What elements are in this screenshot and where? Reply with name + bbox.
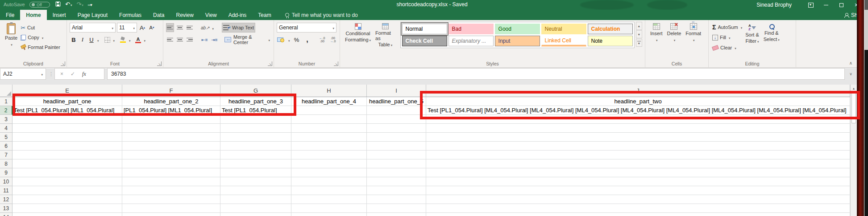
cell-I10[interactable] bbox=[367, 177, 426, 186]
cut-button[interactable]: ✂Cut bbox=[20, 23, 61, 33]
cell-E13[interactable] bbox=[12, 204, 122, 213]
tab-home[interactable]: Home bbox=[20, 10, 46, 20]
insert-cells-button[interactable]: Insert bbox=[648, 22, 665, 44]
ribbon-display-options-button[interactable] bbox=[803, 0, 818, 10]
cell-F6[interactable] bbox=[122, 142, 220, 151]
row-header-4[interactable]: 4 bbox=[0, 124, 12, 133]
formula-bar-divider-icon[interactable]: ⋮ bbox=[49, 71, 54, 77]
autosave-toggle[interactable]: Off bbox=[29, 2, 50, 8]
decrease-indent-button[interactable]: ⇤≡ bbox=[200, 35, 208, 44]
cell-I3[interactable] bbox=[367, 115, 426, 124]
cell-G13[interactable] bbox=[220, 204, 291, 213]
cell-E12[interactable] bbox=[12, 195, 122, 204]
borders-button[interactable] bbox=[104, 35, 112, 44]
cell-J13[interactable] bbox=[426, 204, 850, 213]
cell-G5[interactable] bbox=[220, 133, 291, 142]
cell-H8[interactable] bbox=[291, 159, 367, 168]
cell-style-neutral[interactable]: Neutral bbox=[541, 24, 586, 34]
cell-J14[interactable] bbox=[426, 213, 850, 216]
cell-G7[interactable] bbox=[220, 151, 291, 159]
tab-view[interactable]: View bbox=[199, 10, 223, 20]
row-header-13[interactable]: 13 bbox=[0, 204, 12, 213]
cell-style-normal[interactable]: Normal bbox=[402, 24, 447, 34]
column-header-F[interactable]: F bbox=[122, 85, 220, 97]
clear-button[interactable]: Clear bbox=[711, 43, 743, 53]
formula-input[interactable]: 36783 bbox=[107, 68, 845, 80]
percent-style-button[interactable]: % bbox=[293, 35, 301, 44]
tab-insert[interactable]: Insert bbox=[47, 10, 72, 20]
fill-button[interactable]: ↓Fill bbox=[711, 33, 743, 42]
copy-button[interactable]: Copy bbox=[20, 33, 61, 42]
tell-me-box[interactable]: Tell me what you want to do bbox=[285, 10, 358, 20]
shrink-font-button[interactable]: A▾ bbox=[148, 23, 156, 32]
font-dialog-launcher-icon[interactable] bbox=[157, 61, 162, 66]
tab-add-ins[interactable]: Add-ins bbox=[223, 10, 253, 20]
dropdown-icon[interactable] bbox=[112, 36, 115, 44]
row-header-11[interactable]: 11 bbox=[0, 186, 12, 195]
customize-qat-button[interactable]: ═▾ bbox=[88, 1, 92, 9]
cell-F7[interactable] bbox=[122, 151, 220, 159]
align-center-button[interactable] bbox=[176, 35, 184, 44]
cell-H9[interactable] bbox=[291, 168, 367, 177]
collapse-ribbon-button[interactable]: ∧ bbox=[849, 61, 852, 65]
select-all-corner[interactable] bbox=[0, 85, 12, 97]
tab-formulas[interactable]: Formulas bbox=[113, 10, 147, 20]
align-left-button[interactable] bbox=[166, 35, 174, 44]
cell-H3[interactable] bbox=[291, 115, 367, 124]
increase-indent-button[interactable]: ⇥≡ bbox=[210, 35, 218, 44]
cell-J11[interactable] bbox=[426, 186, 850, 195]
cell-G10[interactable] bbox=[220, 177, 291, 186]
cell-F1[interactable]: headline_part_one_2 bbox=[122, 97, 220, 106]
cancel-button[interactable]: × bbox=[60, 71, 63, 77]
find-select-button[interactable]: Find & Select bbox=[761, 23, 782, 43]
enter-button[interactable]: ✓ bbox=[71, 71, 75, 77]
cell-J6[interactable] bbox=[426, 142, 850, 151]
font-color-button[interactable]: A bbox=[134, 35, 142, 44]
bottom-align-button[interactable] bbox=[186, 23, 194, 32]
cell-F8[interactable] bbox=[122, 159, 220, 168]
cell-G4[interactable] bbox=[220, 124, 291, 133]
gallery-scroll-up-button[interactable]: ▲ bbox=[636, 22, 642, 30]
middle-align-button[interactable] bbox=[176, 23, 184, 32]
alignment-dialog-launcher-icon[interactable] bbox=[268, 61, 272, 66]
cell-F9[interactable] bbox=[122, 168, 220, 177]
cell-G11[interactable] bbox=[220, 186, 291, 195]
cell-E8[interactable] bbox=[12, 159, 122, 168]
row-header-1[interactable]: 1 bbox=[0, 97, 12, 106]
cell-F2[interactable]: [PL1_054.Plural] [ML1_054.Plural] bbox=[122, 106, 220, 115]
cell-H6[interactable] bbox=[291, 142, 367, 151]
decrease-decimal-button[interactable]: .00→.0 bbox=[329, 35, 337, 44]
cell-J3[interactable] bbox=[426, 115, 850, 124]
cell-H11[interactable] bbox=[291, 186, 367, 195]
dropdown-icon[interactable] bbox=[143, 36, 146, 44]
vertical-scrollbar[interactable]: ▲ bbox=[850, 85, 857, 216]
row-header-10[interactable]: 10 bbox=[0, 177, 12, 186]
accounting-format-button[interactable] bbox=[277, 35, 285, 44]
row-header-7[interactable]: 7 bbox=[0, 151, 12, 159]
undo-button[interactable]: ↶▾ bbox=[65, 0, 72, 9]
cell-I5[interactable] bbox=[367, 133, 426, 142]
bold-button[interactable]: B bbox=[70, 35, 78, 44]
merge-center-button[interactable]: Merge & Center bbox=[224, 35, 271, 45]
increase-decimal-button[interactable]: ←.0.00 bbox=[318, 35, 326, 44]
italic-button[interactable]: I bbox=[79, 35, 87, 44]
cell-J10[interactable] bbox=[426, 177, 850, 186]
cell-F14[interactable] bbox=[122, 213, 220, 216]
cell-H12[interactable] bbox=[291, 195, 367, 204]
row-header-12[interactable]: 12 bbox=[0, 195, 12, 204]
cell-style-linked-cell[interactable]: Linked Cell bbox=[541, 36, 586, 46]
cell-G9[interactable] bbox=[220, 168, 291, 177]
cell-J1[interactable]: headline_part_two bbox=[426, 97, 850, 106]
gallery-scroll-down-button[interactable]: ▼ bbox=[636, 30, 642, 38]
orientation-button[interactable]: ab↗ bbox=[201, 23, 210, 32]
cell-G8[interactable] bbox=[220, 159, 291, 168]
underline-button[interactable]: U bbox=[87, 35, 96, 44]
dropdown-icon[interactable] bbox=[96, 36, 99, 44]
cell-J5[interactable] bbox=[426, 133, 850, 142]
cell-I9[interactable] bbox=[367, 168, 426, 177]
cell-I11[interactable] bbox=[367, 186, 426, 195]
tab-team[interactable]: Team bbox=[252, 10, 277, 20]
dropdown-icon[interactable] bbox=[212, 24, 214, 32]
cell-G2[interactable]: Test [PL1_054.Plural] bbox=[220, 106, 291, 115]
cell-J8[interactable] bbox=[426, 159, 850, 168]
